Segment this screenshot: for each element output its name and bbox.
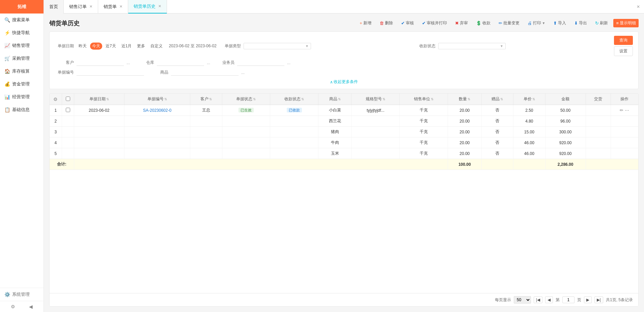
sort-qty-icon: ⇅: [468, 97, 470, 101]
close-all-tabs-button[interactable]: ✕: [633, 4, 644, 9]
tab-sales-order[interactable]: 销售订单 ✕: [64, 0, 98, 14]
doc-no-link[interactable]: SA-20230602-0: [143, 108, 171, 113]
th-settings[interactable]: ⚙: [50, 94, 62, 105]
summary-row: 合计: 100.00 2,286.00: [50, 159, 638, 170]
row-checkbox[interactable]: [66, 108, 70, 112]
sidebar-item-inventory[interactable]: 🏠 库存核算: [0, 65, 44, 78]
select-all-checkbox[interactable]: [66, 97, 70, 101]
cell-unit: 千克: [400, 137, 448, 148]
th-price[interactable]: 单价 ⇅: [513, 94, 545, 105]
date-tab-7days[interactable]: 近7天: [104, 43, 118, 50]
sidebar-item-label: 系统管理: [12, 291, 30, 297]
more-action-icon[interactable]: ⋯: [625, 108, 629, 113]
th-doc-no[interactable]: 单据编号 ⇅: [124, 94, 190, 105]
salesperson-dots[interactable]: ...: [287, 60, 290, 65]
sidebar-item-finance[interactable]: 💰 资金管理: [0, 78, 44, 90]
th-doc-status[interactable]: 单据状态 ⇅: [222, 94, 270, 105]
cell-spec: [352, 148, 400, 159]
th-spec[interactable]: 规格型号 ⇅: [352, 94, 400, 105]
cell-transaction: [586, 127, 611, 137]
sidebar-item-base-info[interactable]: 📋 基础信息: [0, 103, 44, 116]
sidebar-collapse-button[interactable]: ◀: [29, 304, 33, 309]
table-header-row: ⚙ 单据日期 ⇅: [50, 94, 638, 105]
page-first-button[interactable]: |◀: [534, 296, 542, 303]
doc-type-select[interactable]: ▼: [244, 43, 311, 49]
warehouse-dots[interactable]: ...: [207, 60, 210, 65]
abandon-button[interactable]: ✖ 弃审: [452, 19, 471, 27]
th-customer[interactable]: 客户 ⇅: [190, 94, 222, 105]
cell-customer: [190, 116, 222, 127]
customer-input[interactable]: [77, 59, 124, 66]
th-unit[interactable]: 销售单位 ⇅: [400, 94, 448, 105]
tab-sales-delivery-close[interactable]: ✕: [119, 4, 122, 9]
th-goods[interactable]: 商品 ⇅: [318, 94, 351, 105]
th-doc-date[interactable]: 单据日期 ⇅: [74, 94, 124, 105]
goods-input[interactable]: [171, 69, 239, 76]
cell-qty: 20.00: [448, 137, 481, 148]
main-area: 首页 销售订单 ✕ 销货单 ✕ 销货单历史 ✕ ✕ 销货单历史 + 新增: [44, 0, 644, 312]
query-button[interactable]: 查询: [614, 36, 633, 45]
page-next-button[interactable]: ▶: [584, 296, 592, 303]
audit-button[interactable]: ✔ 审核: [398, 19, 417, 27]
page-number-input[interactable]: [562, 296, 575, 303]
home-icon: 🏠: [4, 68, 10, 74]
th-gift[interactable]: 赠品 ⇅: [481, 94, 513, 105]
sidebar-item-quick-nav[interactable]: ⚡ 快捷导航: [0, 26, 44, 39]
date-tab-yesterday[interactable]: 昨天: [77, 43, 89, 50]
page-size-select[interactable]: 50 100 200: [514, 296, 531, 304]
sort-doc-date-icon: ⇅: [106, 97, 109, 101]
collect-icon: 💲: [476, 21, 481, 26]
display-icon: ≡: [616, 21, 619, 26]
cell-price: 2.50: [513, 105, 545, 116]
import-button[interactable]: ⬆ 导入: [551, 19, 569, 27]
display-detail-button[interactable]: ≡ 显示明细: [613, 19, 639, 27]
export-button[interactable]: ⬇ 导出: [571, 19, 590, 27]
date-tab-more[interactable]: 更多: [135, 43, 147, 50]
collect-button[interactable]: 💲 收款: [473, 19, 493, 27]
summary-gift-spacer: [481, 159, 513, 170]
customer-dots[interactable]: ...: [127, 60, 130, 65]
delete-button[interactable]: 🗑 删除: [377, 19, 396, 27]
sidebar-item-purchase-mgmt[interactable]: 🛒 采购管理: [0, 52, 44, 65]
payment-status-label: 收款状态: [417, 43, 436, 49]
cell-goods: 西兰花: [318, 116, 351, 127]
docno-input[interactable]: [77, 69, 144, 76]
tab-sales-history[interactable]: 销货单历史 ✕: [128, 0, 167, 14]
tab-sales-history-close[interactable]: ✕: [158, 4, 161, 8]
new-button[interactable]: + 新增: [357, 19, 374, 27]
list-icon: 📋: [4, 107, 10, 113]
sidebar-item-sys-mgmt[interactable]: ⚙️ 系统管理: [0, 288, 44, 301]
warehouse-input[interactable]: [157, 59, 204, 66]
sort-gift-icon: ⇅: [500, 97, 503, 101]
audit-print-button[interactable]: ✔ 审核并打印: [419, 19, 450, 27]
tab-home[interactable]: 首页: [44, 0, 64, 14]
cell-gift: 否: [481, 105, 513, 116]
page-last-button[interactable]: ▶|: [594, 296, 603, 303]
date-tab-today[interactable]: 今天: [90, 43, 102, 50]
collapse-button[interactable]: ∧ 收起更多条件: [330, 79, 358, 85]
cell-checkbox: [62, 105, 74, 116]
sidebar-item-search-menu[interactable]: 🔍 搜索菜单: [0, 14, 44, 26]
payment-status-select[interactable]: ▼: [438, 43, 506, 49]
sidebar-item-sales-mgmt[interactable]: 📈 销售管理: [0, 39, 44, 52]
salesperson-input[interactable]: [237, 59, 284, 66]
edit-action-icon[interactable]: ✏: [620, 108, 623, 113]
th-qty[interactable]: 数量 ⇅: [448, 94, 481, 105]
sidebar-item-ops-mgmt[interactable]: 📊 经营管理: [0, 90, 44, 103]
goods-dots[interactable]: ...: [241, 70, 245, 75]
date-tab-1month[interactable]: 近1月: [119, 43, 134, 50]
batch-change-button[interactable]: ✏ 批量变更: [496, 19, 522, 27]
print-button[interactable]: 🖨 打印 ▼: [525, 19, 548, 27]
settings-button[interactable]: 设置: [614, 46, 633, 56]
table-scroll[interactable]: ⚙ 单据日期 ⇅: [50, 94, 638, 293]
page-prev-button[interactable]: ◀: [545, 296, 553, 303]
sidebar-settings-button[interactable]: ⚙: [11, 304, 15, 309]
page-content: 销货单历史 + 新增 🗑 删除 ✔ 审核 ✔ 审核并打印: [44, 14, 644, 312]
date-tab-custom[interactable]: 自定义: [148, 43, 165, 50]
refresh-button[interactable]: ↻ 刷新: [592, 19, 611, 27]
th-payment-status[interactable]: 收款状态 ⇅: [270, 94, 318, 105]
table-settings-gear[interactable]: ⚙: [53, 97, 58, 102]
tab-sales-delivery[interactable]: 销货单 ✕: [98, 0, 128, 14]
cell-doc-date: [74, 116, 124, 127]
tab-sales-order-close[interactable]: ✕: [89, 4, 92, 9]
